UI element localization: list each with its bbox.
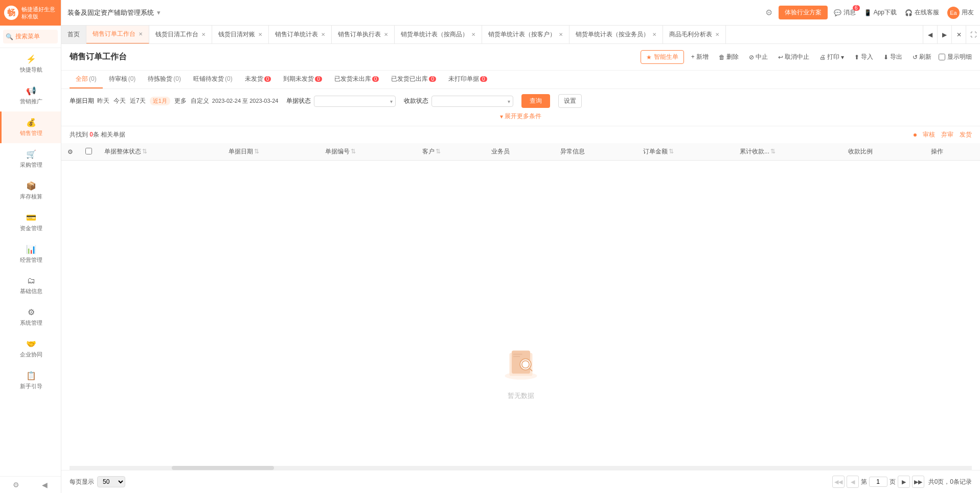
- sub-tab-all[interactable]: 全部(0): [70, 71, 103, 88]
- message-icon: 💬: [834, 9, 841, 16]
- print-btn[interactable]: 🖨 打印 ▾: [816, 51, 847, 63]
- sub-tab-wangpu[interactable]: 旺铺待发货(0): [187, 71, 239, 88]
- sub-tab-pending[interactable]: 待审核(0): [103, 71, 142, 88]
- show-detail-checkbox[interactable]: [939, 54, 945, 60]
- sidebar-item-purchase[interactable]: 🛒 采购管理: [0, 143, 61, 175]
- show-detail-checkbox-label[interactable]: 显示明细: [939, 53, 972, 61]
- tab-close-sales-exec[interactable]: ✕: [384, 32, 388, 37]
- tab-close-sales-stats[interactable]: ✕: [321, 32, 325, 37]
- sort-received-icon[interactable]: ⇅: [770, 148, 776, 155]
- empty-icon: [498, 339, 544, 385]
- sub-tab-not-printed[interactable]: 未打印单据0: [442, 71, 493, 88]
- quick-deliver-btn[interactable]: 发货: [960, 130, 972, 139]
- sidebar-item-operations[interactable]: 📊 经营管理: [0, 238, 61, 270]
- tab-sales-staff-stats[interactable]: 销货单统计表（按业务员） ✕: [569, 26, 663, 44]
- collapse-sidebar-btn[interactable]: ◀: [33, 481, 57, 489]
- date-opt-today[interactable]: 今天: [113, 97, 126, 105]
- sort-doc-no-icon[interactable]: ⇅: [351, 148, 356, 155]
- quick-audit-btn[interactable]: 审核: [923, 130, 935, 139]
- table-info-bar: 共找到 0条 相关单据 审核 弃审 发货: [61, 126, 980, 143]
- sidebar-item-enterprise[interactable]: 🤝 企业协同: [0, 333, 61, 365]
- sidebar-item-inventory[interactable]: 📦 库存核算: [0, 175, 61, 207]
- tab-close-sales-product-stats[interactable]: ✕: [471, 32, 475, 37]
- filter-row-1: 单据日期 昨天 今天 近7天 近1月 更多 自定义 2023-02-24 至 2…: [70, 94, 972, 108]
- tab-product-margin[interactable]: 商品毛利分析表 ✕: [663, 26, 726, 44]
- topbar-gear-icon[interactable]: ⚙: [765, 8, 772, 17]
- tab-close-sales-customer-stats[interactable]: ✕: [559, 32, 563, 37]
- settings-icon-btn[interactable]: ⚙: [4, 481, 29, 489]
- col-checkbox[interactable]: [79, 143, 98, 161]
- tab-cash-reconcile[interactable]: 钱货日清对账 ✕: [212, 26, 269, 44]
- select-all-checkbox[interactable]: [85, 148, 92, 154]
- smart-create-btn[interactable]: ★ 智能生单: [641, 50, 684, 64]
- sub-tab-overdue[interactable]: 到期未发货0: [277, 71, 328, 88]
- tab-scroll-right-btn[interactable]: ▶: [937, 26, 951, 44]
- refresh-btn[interactable]: ↺ 刷新: [909, 51, 935, 63]
- sub-tab-shipped-out[interactable]: 已发货已出库0: [385, 71, 442, 88]
- online-service-btn[interactable]: 🎧 在线客服: [905, 8, 939, 17]
- cancel-stop-icon: ↩: [778, 54, 783, 61]
- search-menu-button[interactable]: 🔍 搜索菜单: [3, 30, 58, 43]
- export-btn[interactable]: ⬇ 导出: [880, 51, 905, 63]
- payment-select[interactable]: [431, 96, 513, 107]
- sub-tab-pending-inspect[interactable]: 待拣验货(0): [142, 71, 187, 88]
- col-settings[interactable]: ⚙: [61, 143, 79, 161]
- sort-amount-icon[interactable]: ⇅: [669, 148, 674, 155]
- page-number-input[interactable]: [869, 477, 887, 487]
- cancel-stop-btn[interactable]: ↩ 取消中止: [775, 51, 812, 63]
- date-opt-more[interactable]: 更多: [174, 97, 187, 105]
- import-btn[interactable]: ⬆ 导入: [851, 51, 876, 63]
- sidebar-item-marketing[interactable]: 📢 营销推广: [0, 80, 61, 111]
- horizontal-scrollbar[interactable]: [70, 466, 972, 470]
- expand-filter-btn[interactable]: ▾ 展开更多条件: [500, 112, 541, 121]
- user-menu-btn[interactable]: Ea 用友: [947, 7, 974, 19]
- add-btn[interactable]: + 新增: [688, 51, 712, 63]
- scroll-thumb[interactable]: [172, 466, 274, 470]
- sub-tab-shipped-not-out[interactable]: 已发货未出库0: [328, 71, 385, 88]
- tab-close-sales-workbench[interactable]: ✕: [139, 31, 143, 37]
- tab-close-cash-reconcile[interactable]: ✕: [258, 32, 262, 37]
- tab-fullscreen-btn[interactable]: ⛶: [966, 26, 980, 44]
- date-opt-1month[interactable]: 近1月: [150, 97, 170, 105]
- tab-home[interactable]: 首页: [61, 26, 86, 44]
- tab-sales-exec[interactable]: 销售订单执行表 ✕: [332, 26, 395, 44]
- date-opt-yesterday[interactable]: 昨天: [97, 97, 109, 105]
- page-first-btn[interactable]: ◀◀: [832, 476, 845, 488]
- page-prev-btn[interactable]: ◀: [847, 476, 859, 488]
- sidebar-item-finance[interactable]: 💳 资金管理: [0, 207, 61, 238]
- setting-btn[interactable]: 设置: [558, 94, 582, 108]
- delete-btn[interactable]: 🗑 删除: [716, 51, 742, 63]
- sidebar-item-system[interactable]: ⚙ 系统管理: [0, 301, 61, 333]
- sort-doc-status-icon[interactable]: ⇅: [142, 148, 147, 155]
- tab-close-product-margin[interactable]: ✕: [715, 32, 719, 37]
- tab-close-sales-staff-stats[interactable]: ✕: [652, 32, 656, 37]
- tab-close-cash-daily[interactable]: ✕: [201, 32, 206, 37]
- sort-doc-date-icon[interactable]: ⇅: [254, 148, 259, 155]
- tab-sales-customer-stats[interactable]: 销货单统计表（按客户） ✕: [482, 26, 569, 44]
- message-btn[interactable]: 💬 消息 6: [834, 8, 856, 17]
- table-scroll[interactable]: ⚙ 单据整体状态⇅ 单据日期⇅ 单据编号⇅ 客户⇅ 业务员 异常信息 订单金额⇅…: [61, 143, 980, 274]
- sort-customer-icon[interactable]: ⇅: [436, 148, 441, 155]
- page-size-select[interactable]: 50 100 200: [97, 476, 125, 487]
- date-opt-7days[interactable]: 近7天: [130, 97, 146, 105]
- sidebar-item-sales[interactable]: 💰 销售管理: [0, 111, 61, 143]
- sub-tab-not-shipped[interactable]: 未发货0: [239, 71, 278, 88]
- tab-sales-stats[interactable]: 销售订单统计表 ✕: [269, 26, 332, 44]
- tab-close-all-btn[interactable]: ✕: [951, 26, 966, 44]
- page-last-btn[interactable]: ▶▶: [912, 476, 924, 488]
- page-next-btn[interactable]: ▶: [898, 476, 910, 488]
- status-select[interactable]: [314, 96, 396, 107]
- sidebar-item-basic-info[interactable]: 🗂 基础信息: [0, 270, 61, 301]
- quick-deaudit-btn[interactable]: 弃审: [941, 130, 953, 139]
- sidebar-item-quick-nav[interactable]: ⚡ 快捷导航: [0, 48, 61, 80]
- date-opt-custom[interactable]: 自定义: [191, 97, 209, 105]
- query-btn[interactable]: 查询: [521, 94, 550, 108]
- app-download-btn[interactable]: 📱 App下载: [864, 8, 897, 17]
- tab-sales-product-stats[interactable]: 销货单统计表（按商品） ✕: [395, 26, 482, 44]
- tab-scroll-left-btn[interactable]: ◀: [923, 26, 937, 44]
- stop-btn[interactable]: ⊘ 中止: [746, 51, 771, 63]
- industry-btn[interactable]: 体验行业方案: [779, 6, 828, 19]
- tab-cash-daily[interactable]: 钱货日清工作台 ✕: [149, 26, 212, 44]
- sidebar-item-guide[interactable]: 📋 新手引导: [0, 365, 61, 396]
- tab-sales-workbench[interactable]: 销售订单工作台 ✕: [86, 26, 149, 44]
